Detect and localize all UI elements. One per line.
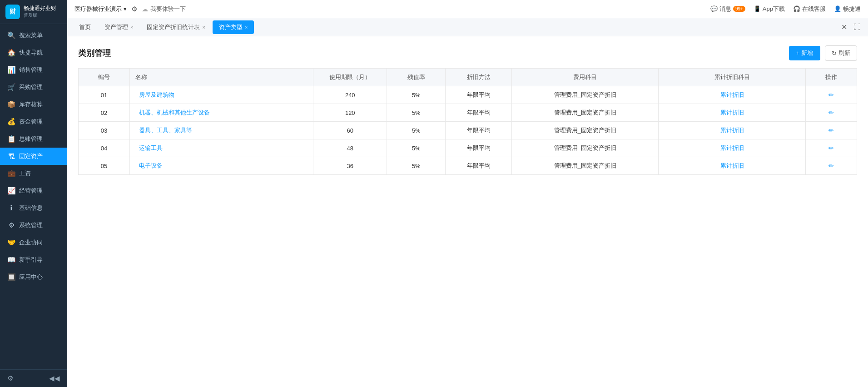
- sidebar-item-quick-nav[interactable]: 🏠 快捷导航: [0, 44, 67, 61]
- cell-code: 01: [79, 86, 130, 104]
- sidebar-item-ledger[interactable]: 📋 总账管理: [0, 130, 67, 148]
- try-button[interactable]: ☁ 我要体验一下: [142, 5, 186, 13]
- user-avatar-icon: 👤: [834, 5, 841, 12]
- sidebar-item-app-center[interactable]: 🔲 应用中心: [0, 268, 67, 286]
- customer-service-item[interactable]: 🎧 在线客服: [793, 5, 826, 13]
- cell-period: 120: [313, 104, 387, 122]
- name-link[interactable]: 运输工具: [139, 144, 163, 151]
- cell-expense: 管理费用_固定资产折旧: [511, 139, 658, 157]
- settings-footer-icon[interactable]: ⚙: [7, 374, 13, 382]
- system-icon: ⚙: [7, 221, 15, 229]
- refresh-button-label: 刷新: [838, 49, 850, 57]
- sidebar-item-system[interactable]: ⚙ 系统管理: [0, 217, 67, 234]
- sidebar-item-inventory[interactable]: 📦 库存核算: [0, 96, 67, 113]
- cooperation-icon: 🤝: [7, 238, 15, 247]
- tab-expand-icon[interactable]: ⛶: [852, 22, 863, 32]
- operations-icon: 📈: [7, 187, 15, 195]
- sidebar-item-label: 库存核算: [19, 100, 43, 109]
- accum-link[interactable]: 累计折旧: [720, 144, 744, 151]
- cell-code: 02: [79, 104, 130, 122]
- new-button-label: + 新增: [796, 49, 813, 57]
- page-header: 类别管理 + 新增 ↻ 刷新: [78, 45, 857, 61]
- main-area: 医疗器械行业演示 ▾ ⚙ ☁ 我要体验一下 💬 消息 99+ 📱 App下载 🎧…: [67, 0, 868, 387]
- sidebar-nav: 🔍 搜索菜单 🏠 快捷导航 📊 销售管理 🛒 采购管理 📦 库存核算 💰 资金管…: [0, 24, 67, 369]
- sidebar-item-label: 新手引导: [19, 256, 43, 264]
- edit-icon[interactable]: ✏: [828, 144, 834, 152]
- cell-period: 36: [313, 157, 387, 175]
- cell-code: 03: [79, 122, 130, 139]
- name-link[interactable]: 电子设备: [139, 162, 163, 169]
- new-button[interactable]: + 新增: [789, 46, 820, 60]
- sidebar-item-operations[interactable]: 📈 经营管理: [0, 182, 67, 199]
- tab-home[interactable]: 首页: [73, 20, 97, 34]
- edit-icon[interactable]: ✏: [828, 91, 834, 99]
- table-row: 01 房屋及建筑物 240 5% 年限平均 管理费用_固定资产折旧 累计折旧 ✏: [79, 86, 857, 104]
- message-icon: 💬: [710, 5, 718, 12]
- tab-asset-type[interactable]: 资产类型 ×: [213, 20, 254, 34]
- table-row: 05 电子设备 36 5% 年限平均 管理费用_固定资产折旧 累计折旧 ✏: [79, 157, 857, 175]
- message-item[interactable]: 💬 消息 99+: [710, 5, 745, 13]
- tab-asset-mgmt[interactable]: 资产管理 ×: [98, 20, 139, 34]
- sidebar-footer: ⚙ ◀◀: [0, 369, 67, 387]
- tab-asset-type-close[interactable]: ×: [245, 25, 248, 30]
- guide-icon: 📖: [7, 256, 15, 264]
- sidebar-item-cooperation[interactable]: 🤝 企业协同: [0, 234, 67, 251]
- sidebar-item-label: 固定资产: [19, 152, 43, 160]
- accum-link[interactable]: 累计折旧: [720, 109, 744, 116]
- ledger-icon: 📋: [7, 135, 15, 143]
- sidebar-item-guide[interactable]: 📖 新手引导: [0, 251, 67, 268]
- tab-depreciation[interactable]: 固定资产折旧统计表 ×: [140, 20, 211, 34]
- col-header-accum: 累计折旧科目: [659, 69, 805, 86]
- accum-link[interactable]: 累计折旧: [720, 91, 744, 98]
- sidebar-item-fixed-assets[interactable]: 🏗 固定资产: [0, 148, 67, 165]
- cell-name: 房屋及建筑物: [130, 86, 313, 104]
- cell-method: 年限平均: [446, 86, 512, 104]
- app-download-item[interactable]: 📱 App下载: [754, 5, 785, 13]
- cell-accum: 累计折旧: [659, 122, 805, 139]
- cell-accum: 累计折旧: [659, 86, 805, 104]
- col-header-code: 编号: [79, 69, 130, 86]
- table-row: 02 机器、机械和其他生产设备 120 5% 年限平均 管理费用_固定资产折旧 …: [79, 104, 857, 122]
- collapse-icon[interactable]: ◀◀: [49, 374, 60, 382]
- topbar-settings-icon[interactable]: ⚙: [131, 5, 137, 13]
- table-header-row: 编号 名称 使用期限（月） 残值率 折旧方法 费用科目 累计折旧科目 操作: [79, 69, 857, 86]
- cell-expense: 管理费用_固定资产折旧: [511, 157, 658, 175]
- sidebar-item-payroll[interactable]: 💼 工资: [0, 165, 67, 182]
- app-selector[interactable]: 医疗器械行业演示 ▾: [74, 5, 127, 13]
- sidebar-item-capital[interactable]: 💰 资金管理: [0, 113, 67, 130]
- cell-op: ✏: [805, 104, 857, 122]
- cell-period: 60: [313, 122, 387, 139]
- edit-icon[interactable]: ✏: [828, 109, 834, 116]
- sidebar-item-purchase[interactable]: 🛒 采购管理: [0, 79, 67, 96]
- refresh-button[interactable]: ↻ 刷新: [825, 45, 857, 61]
- cell-op: ✏: [805, 122, 857, 139]
- sidebar-item-label: 企业协同: [19, 238, 43, 247]
- tab-depreciation-close[interactable]: ×: [202, 25, 205, 30]
- tab-asset-mgmt-close[interactable]: ×: [130, 25, 133, 30]
- page-title: 类别管理: [78, 48, 111, 59]
- table-row: 03 器具、工具、家具等 60 5% 年限平均 管理费用_固定资产折旧 累计折旧…: [79, 122, 857, 139]
- cloud-icon: ☁: [142, 5, 148, 13]
- logo-icon: 财: [5, 5, 20, 19]
- edit-icon[interactable]: ✏: [828, 162, 834, 169]
- purchase-icon: 🛒: [7, 83, 15, 91]
- sidebar-item-basic-info[interactable]: ℹ 基础信息: [0, 199, 67, 217]
- sidebar-item-sales[interactable]: 📊 销售管理: [0, 61, 67, 79]
- name-link[interactable]: 房屋及建筑物: [139, 91, 174, 98]
- user-label: 畅捷通: [843, 5, 861, 13]
- sidebar: 财 畅捷通好业财 普及版 🔍 搜索菜单 🏠 快捷导航 📊 销售管理 🛒 采购管理…: [0, 0, 67, 387]
- tab-asset-mgmt-label: 资产管理: [104, 23, 128, 31]
- name-link[interactable]: 器具、工具、家具等: [139, 127, 192, 134]
- name-link[interactable]: 机器、机械和其他生产设备: [139, 109, 210, 116]
- accum-link[interactable]: 累计折旧: [720, 127, 744, 134]
- content-area: 类别管理 + 新增 ↻ 刷新 编号 名称 使用期限（月） 残值率 折旧方法: [67, 36, 868, 387]
- sales-icon: 📊: [7, 66, 15, 74]
- tab-close-all-icon[interactable]: ✕: [839, 22, 849, 32]
- message-badge: 99+: [733, 6, 745, 12]
- user-item[interactable]: 👤 畅捷通: [834, 5, 861, 13]
- edit-icon[interactable]: ✏: [828, 127, 834, 134]
- sidebar-item-label: 总账管理: [19, 135, 43, 143]
- cell-accum: 累计折旧: [659, 139, 805, 157]
- accum-link[interactable]: 累计折旧: [720, 162, 744, 169]
- sidebar-item-search[interactable]: 🔍 搜索菜单: [0, 27, 67, 44]
